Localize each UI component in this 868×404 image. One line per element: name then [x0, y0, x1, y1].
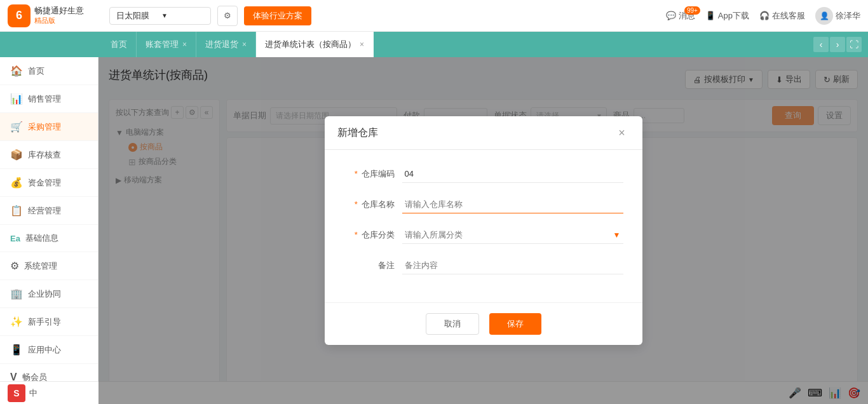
basic-icon: Ea: [10, 234, 20, 243]
enterprise-icon: 🏢: [10, 288, 23, 300]
top-header: 6 畅捷通好生意 精品版 日太阳膜 ▼ ⚙ 体验行业方案 💬 消息 99+ 📱 …: [0, 0, 868, 32]
dialog-close-button[interactable]: ×: [614, 125, 630, 140]
sales-icon: 📊: [10, 93, 23, 105]
tab-account[interactable]: 账套管理 ×: [137, 32, 196, 57]
dialog-footer: 取消 保存: [325, 302, 642, 345]
main-layout: 🏠 首页 📊 销售管理 🛒 采购管理 📦 库存核查 💰 资金管理 📋 经营管理 …: [0, 57, 868, 404]
new-warehouse-dialog: 新增仓库 × * 仓库编码 *: [325, 116, 642, 345]
guide-icon: ✨: [10, 316, 23, 328]
app-download-label: App下载: [718, 10, 749, 22]
chevron-down-icon: ▼: [613, 231, 621, 239]
sidebar-item-home[interactable]: 🏠 首页: [0, 57, 98, 85]
sidebar-item-inventory-label: 库存核查: [28, 149, 61, 161]
tab-home[interactable]: 首页: [102, 32, 137, 57]
close-icon[interactable]: ×: [182, 40, 187, 49]
operation-icon: 📋: [10, 205, 23, 217]
sidebar-item-finance-label: 资金管理: [28, 177, 61, 189]
category-select[interactable]: ▼: [402, 226, 623, 244]
sidebar-item-basic-label: 基础信息: [25, 232, 58, 244]
content-area: 进货单统计(按商品) 🖨 按模板打印 ▼ ⬇ 导出 ↻ 刷新: [98, 57, 868, 404]
dialog-overlay: 新增仓库 × * 仓库编码 *: [98, 57, 868, 404]
close-icon[interactable]: ×: [360, 40, 364, 49]
sidebar-item-finance[interactable]: 💰 资金管理: [0, 169, 98, 197]
chevron-down-icon: ▼: [161, 12, 204, 19]
sidebar-item-system[interactable]: ⚙ 系统管理: [0, 252, 98, 280]
sidebar-item-sales[interactable]: 📊 销售管理: [0, 85, 98, 113]
system-icon: ⚙: [10, 260, 19, 272]
name-label: * 仓库名称: [344, 199, 395, 210]
trial-button[interactable]: 体验行业方案: [244, 6, 311, 25]
app-icon: 📱: [10, 344, 23, 356]
sidebar-item-purchase-label: 采购管理: [28, 121, 61, 133]
code-input[interactable]: [402, 165, 623, 183]
note-input[interactable]: [402, 257, 623, 274]
logo-area: 6 畅捷通好生意 精品版: [8, 4, 103, 27]
avatar: 👤: [815, 7, 833, 25]
user-icon: 👤: [820, 11, 829, 20]
sidebar-item-inventory[interactable]: 📦 库存核查: [0, 141, 98, 169]
form-row-name: * 仓库名称: [344, 196, 623, 213]
app-download-button[interactable]: 📱 App下载: [705, 10, 749, 22]
footer-left: S 中: [8, 384, 37, 402]
message-badge: 99+: [684, 6, 700, 15]
user-menu[interactable]: 👤 徐泽华: [815, 7, 860, 25]
sidebar-item-basic[interactable]: Ea 基础信息: [0, 225, 98, 252]
store-name: 日太阳膜: [116, 10, 159, 22]
tab-controls: ‹ › ⛶: [807, 37, 868, 52]
sidebar-item-sales-label: 销售管理: [28, 93, 61, 105]
app-name: 畅捷通好生意: [34, 6, 84, 17]
dialog-body: * 仓库编码 * 仓库名称: [325, 150, 642, 302]
message-button[interactable]: 💬 消息 99+: [666, 10, 695, 22]
sidebar-item-guide-label: 新手引导: [28, 316, 61, 328]
category-input[interactable]: [402, 226, 623, 243]
code-label: * 仓库编码: [344, 168, 395, 180]
sidebar-item-home-label: 首页: [28, 65, 44, 77]
tab-left-btn[interactable]: ‹: [813, 37, 829, 52]
form-row-code: * 仓库编码: [344, 165, 623, 183]
tab-right-btn[interactable]: ›: [830, 37, 845, 52]
save-button[interactable]: 保存: [489, 313, 541, 335]
tab-expand-btn[interactable]: ⛶: [846, 37, 862, 52]
message-icon: 💬: [666, 11, 676, 20]
sidebar-item-purchase[interactable]: 🛒 采购管理: [0, 113, 98, 141]
note-label: 备注: [344, 260, 395, 271]
sidebar-item-operation-label: 经营管理: [28, 205, 61, 217]
sidebar: 🏠 首页 📊 销售管理 🛒 采购管理 📦 库存核查 💰 资金管理 📋 经营管理 …: [0, 57, 98, 404]
name-input[interactable]: [402, 196, 623, 213]
sidebar-item-operation[interactable]: 📋 经营管理: [0, 197, 98, 225]
sidebar-item-app-label: 应用中心: [28, 344, 61, 356]
tab-bar: 首页 账套管理 × 进货退货 × 进货单统计表（按商品） × ‹ › ⛶: [0, 32, 868, 57]
lang-label: 中: [29, 387, 37, 399]
tab-home-label: 首页: [111, 39, 127, 50]
s-logo-icon: S: [8, 384, 25, 402]
category-label: * 仓库分类: [344, 229, 395, 241]
sidebar-item-enterprise-label: 企业协同: [28, 288, 61, 300]
tab-purchase-return-label: 进货退货: [205, 39, 238, 50]
tab-purchase-stats[interactable]: 进货单统计表（按商品） ×: [256, 32, 374, 57]
finance-icon: 💰: [10, 177, 23, 189]
tab-account-label: 账套管理: [146, 39, 179, 50]
dialog-header: 新增仓库 ×: [325, 116, 642, 150]
sidebar-item-system-label: 系统管理: [24, 260, 57, 272]
sidebar-item-guide[interactable]: ✨ 新手引导: [0, 308, 98, 336]
gear-icon: ⚙: [224, 11, 231, 20]
cancel-button[interactable]: 取消: [426, 313, 479, 335]
form-row-category: * 仓库分类 ▼: [344, 226, 623, 244]
headset-icon: 🎧: [759, 11, 770, 20]
username-label: 徐泽华: [836, 10, 860, 22]
settings-button[interactable]: ⚙: [217, 6, 238, 26]
header-right: 💬 消息 99+ 📱 App下载 🎧 在线客服 👤 徐泽华: [666, 7, 860, 25]
dialog-title: 新增仓库: [337, 126, 378, 140]
close-icon[interactable]: ×: [242, 40, 247, 49]
app-logo-icon: 6: [8, 4, 31, 27]
customer-service-button[interactable]: 🎧 在线客服: [759, 10, 805, 22]
home-icon: 🏠: [10, 65, 23, 77]
download-icon: 📱: [705, 11, 715, 20]
purchase-icon: 🛒: [10, 121, 23, 133]
form-row-note: 备注: [344, 257, 623, 274]
tab-purchase-return[interactable]: 进货退货 ×: [196, 32, 256, 57]
inventory-icon: 📦: [10, 149, 23, 161]
sidebar-item-enterprise[interactable]: 🏢 企业协同: [0, 280, 98, 308]
store-selector[interactable]: 日太阳膜 ▼: [109, 7, 211, 25]
sidebar-item-app[interactable]: 📱 应用中心: [0, 336, 98, 364]
